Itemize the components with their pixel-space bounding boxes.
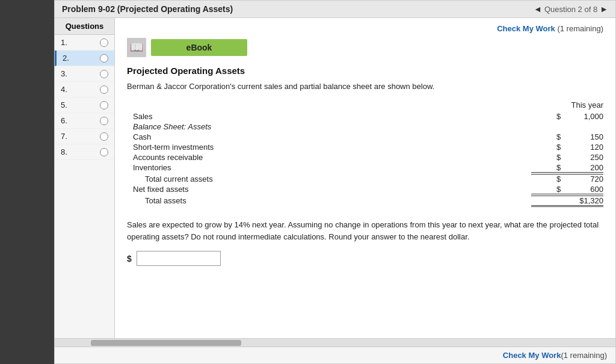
check-remaining-top: (1 remaining) bbox=[557, 24, 603, 33]
value-inv: $ 200 bbox=[531, 163, 603, 173]
amount-cash: 150 bbox=[567, 132, 603, 141]
dollar-ar: $ bbox=[556, 153, 565, 162]
scrollbar-area[interactable] bbox=[55, 338, 615, 347]
nav-text: Question 2 of 8 bbox=[544, 5, 597, 14]
answer-input[interactable] bbox=[137, 251, 221, 266]
table-row-inv: Inventories $ 200 bbox=[127, 163, 603, 173]
left-sidebar bbox=[0, 0, 54, 364]
q-num-1: 1. bbox=[61, 38, 67, 47]
question-item-4[interactable]: 4. bbox=[55, 82, 114, 97]
question-item-5[interactable]: 5. bbox=[55, 97, 114, 113]
table-row-tca: Total current assets $ 720 bbox=[127, 174, 603, 184]
dollar-nfa: $ bbox=[556, 185, 565, 194]
projected-assets-title: Projected Operating Assets bbox=[127, 66, 603, 76]
label-inv: Inventories bbox=[127, 163, 531, 172]
q-num-7: 7. bbox=[61, 132, 67, 141]
radio-5[interactable] bbox=[100, 101, 108, 110]
ebook-button[interactable]: eBook bbox=[151, 39, 247, 56]
value-short-term: $ 120 bbox=[531, 143, 603, 152]
book-icon: 📖 bbox=[130, 41, 143, 54]
value-tca: $ 720 bbox=[531, 174, 603, 184]
radio-7[interactable] bbox=[100, 132, 108, 141]
radio-4[interactable] bbox=[100, 85, 108, 94]
col-header-this-year: This year bbox=[531, 100, 603, 110]
label-sales: Sales bbox=[127, 112, 531, 121]
check-remaining-bottom: (1 remaining) bbox=[561, 351, 607, 360]
value-nfa: $ 600 bbox=[531, 185, 603, 194]
questions-header: Questions bbox=[55, 18, 114, 35]
question-item-3[interactable]: 3. bbox=[55, 66, 114, 82]
content-area: Questions 1. 2. 3. 4. 5. 6. bbox=[55, 18, 615, 338]
q-num-8: 8. bbox=[61, 147, 67, 156]
table-row-ar: Accounts receivable $ 250 bbox=[127, 153, 603, 162]
table-row-sales: Sales $ 1,000 bbox=[127, 112, 603, 121]
table-row-ta: Total assets $1,320 bbox=[127, 196, 603, 207]
q-num-6: 6. bbox=[61, 116, 67, 125]
table-row-cash: Cash $ 150 bbox=[127, 132, 603, 141]
problem-description: Berman & Jaccor Corporation's current sa… bbox=[127, 82, 603, 91]
amount-ar: 250 bbox=[567, 153, 603, 162]
label-cash: Cash bbox=[127, 132, 531, 141]
label-ar: Accounts receivable bbox=[127, 153, 531, 162]
question-item-2[interactable]: 2. bbox=[55, 51, 114, 66]
check-work-link-top[interactable]: Check My Work bbox=[497, 24, 555, 33]
check-work-top: Check My Work (1 remaining) bbox=[127, 24, 603, 33]
value-ar: $ 250 bbox=[531, 153, 603, 162]
table-header-row: This year bbox=[127, 100, 603, 110]
radio-8[interactable] bbox=[100, 148, 108, 156]
label-ta: Total assets bbox=[127, 196, 531, 205]
amount-ta: $1,320 bbox=[567, 196, 603, 205]
ebook-area: 📖 eBook bbox=[127, 38, 603, 57]
table-row-short-term: Short-term investments $ 120 bbox=[127, 143, 603, 152]
amount-tca: 720 bbox=[567, 174, 603, 184]
amount-sales: 1,000 bbox=[567, 112, 603, 121]
table-row-nfa: Net fixed assets $ 600 bbox=[127, 185, 603, 194]
questions-panel: Questions 1. 2. 3. 4. 5. 6. bbox=[55, 18, 115, 338]
problem-title-header: Problem 9-02 (Projected Operating Assets… bbox=[62, 4, 233, 14]
dollar-short-term: $ bbox=[556, 143, 565, 152]
label-bs-header: Balance Sheet: Assets bbox=[127, 122, 531, 131]
radio-2[interactable] bbox=[100, 54, 108, 63]
main-wrapper: Problem 9-02 (Projected Operating Assets… bbox=[54, 0, 616, 364]
balance-sheet-table: This year Sales $ 1,000 Balance Sheet: A… bbox=[127, 100, 603, 207]
question-item-7[interactable]: 7. bbox=[55, 129, 114, 144]
amount-inv: 200 bbox=[567, 163, 603, 172]
question-item-1[interactable]: 1. bbox=[55, 35, 114, 51]
q-num-5: 5. bbox=[61, 100, 67, 110]
amount-nfa: 600 bbox=[567, 185, 603, 194]
problem-panel: Check My Work (1 remaining) 📖 eBook Proj… bbox=[115, 18, 615, 338]
answer-row: $ bbox=[127, 251, 603, 266]
radio-6[interactable] bbox=[100, 117, 108, 125]
dollar-cash: $ bbox=[556, 132, 565, 141]
dollar-tca: $ bbox=[556, 174, 565, 184]
question-item-8[interactable]: 8. bbox=[55, 144, 114, 160]
label-tca: Total current assets bbox=[127, 174, 531, 184]
value-cash: $ 150 bbox=[531, 132, 603, 141]
value-sales: $ 1,000 bbox=[531, 112, 603, 121]
prev-arrow[interactable]: ◄ bbox=[534, 4, 542, 14]
q-num-3: 3. bbox=[61, 69, 67, 78]
radio-3[interactable] bbox=[100, 70, 108, 78]
radio-1[interactable] bbox=[100, 39, 108, 47]
value-ta: $1,320 bbox=[531, 196, 603, 207]
header-nav: ◄ Question 2 of 8 ► bbox=[534, 4, 608, 14]
bottom-bar: Check My Work (1 remaining) bbox=[55, 347, 615, 363]
next-arrow[interactable]: ► bbox=[600, 4, 608, 14]
answer-dollar-label: $ bbox=[127, 254, 132, 264]
amount-short-term: 120 bbox=[567, 143, 603, 152]
header-bar: Problem 9-02 (Projected Operating Assets… bbox=[55, 1, 615, 18]
scrollbar-thumb[interactable] bbox=[91, 340, 241, 346]
dollar-inv: $ bbox=[556, 163, 565, 172]
label-nfa: Net fixed assets bbox=[127, 185, 531, 194]
table-row-bs-header: Balance Sheet: Assets bbox=[127, 122, 603, 131]
sales-question-text: Sales are expected to grow by 14% next y… bbox=[127, 219, 603, 242]
q-num-4: 4. bbox=[61, 85, 67, 94]
check-work-link-bottom[interactable]: Check My Work bbox=[503, 351, 561, 360]
dollar-sales: $ bbox=[556, 112, 565, 121]
q-num-2: 2. bbox=[63, 54, 69, 63]
label-short-term: Short-term investments bbox=[127, 143, 531, 152]
ebook-icon: 📖 bbox=[127, 38, 146, 57]
question-item-6[interactable]: 6. bbox=[55, 113, 114, 129]
